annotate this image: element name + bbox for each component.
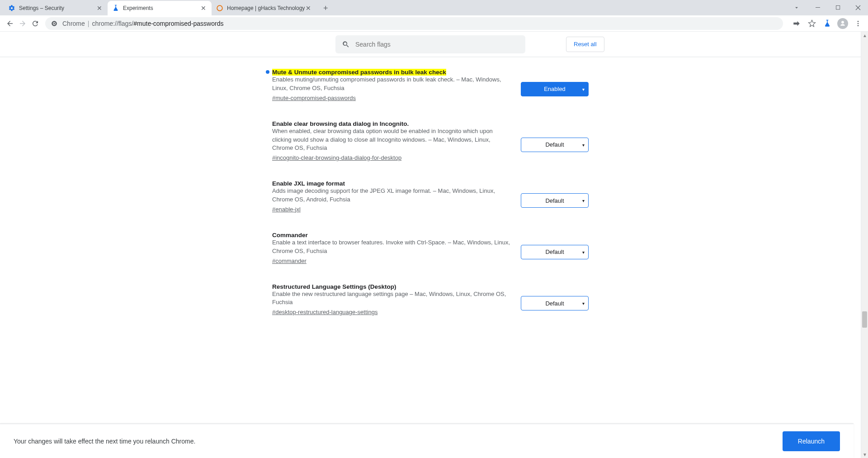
experiment-commander: Commander Enable a text interface to bro… (272, 232, 589, 264)
search-flags-field[interactable] (335, 35, 525, 53)
experiment-anchor-link[interactable]: #commander (272, 258, 307, 264)
relaunch-footer: Your changes will take effect the next t… (0, 424, 854, 458)
share-icon[interactable] (790, 17, 803, 30)
experiment-anchor-link[interactable]: #incognito-clear-browsing-data-dialog-fo… (272, 154, 401, 161)
experiment-anchor-link[interactable]: #desktop-restructured-language-settings (272, 309, 377, 315)
minimize-button[interactable] (808, 1, 828, 14)
experiment-title: Enable JXL image format (272, 180, 345, 187)
bookmark-icon[interactable] (806, 17, 818, 30)
search-input[interactable] (355, 41, 519, 48)
experiment-title: Mute & Unmute compromised passwords in b… (272, 69, 446, 76)
experiment-anchor-link[interactable]: #enable-jxl (272, 206, 301, 213)
tab-strip: Settings – Security ✕ Experiments ✕ Home… (0, 0, 868, 15)
modified-dot-icon (266, 70, 269, 74)
reload-button[interactable] (29, 17, 42, 30)
flask-icon (112, 5, 119, 12)
relaunch-message: Your changes will take effect the next t… (14, 438, 195, 445)
reset-all-button[interactable]: Reset all (566, 37, 604, 52)
forward-button[interactable] (16, 17, 29, 30)
relaunch-button[interactable]: Relaunch (783, 431, 840, 451)
experiment-restructured-language-settings: Restructured Language Settings (Desktop)… (272, 283, 589, 316)
toolbar: Chrome | chrome://flags/#mute-compromise… (0, 15, 868, 32)
chevron-down-icon: ▾ (582, 86, 585, 91)
menu-icon[interactable] (852, 17, 864, 30)
chevron-down-icon: ▾ (582, 249, 585, 254)
tab-settings-security[interactable]: Settings – Security ✕ (4, 1, 108, 15)
extension-flask-icon[interactable] (821, 17, 834, 30)
new-tab-button[interactable]: + (319, 2, 332, 14)
experiments-list: Mute & Unmute compromised passwords in b… (0, 57, 861, 389)
window-controls (789, 0, 868, 15)
close-window-button[interactable] (848, 1, 868, 14)
flags-search-header: Reset all (0, 32, 861, 57)
experiment-description: Enable the new restructured language set… (272, 290, 511, 307)
avatar-icon (837, 18, 848, 29)
tab-title: Homepage | gHacks Technology (227, 5, 305, 11)
scrollbar-thumb[interactable] (862, 311, 867, 328)
close-icon[interactable]: ✕ (305, 5, 312, 12)
tab-experiments[interactable]: Experiments ✕ (108, 1, 212, 15)
experiment-select[interactable]: Default ▾ (521, 245, 589, 259)
chevron-down-icon: ▾ (582, 198, 585, 203)
svg-point-7 (858, 23, 859, 24)
vertical-scrollbar[interactable]: ▲ ▼ (861, 32, 868, 458)
experiment-select[interactable]: Enabled ▾ (521, 82, 589, 96)
back-button[interactable] (4, 17, 16, 30)
gear-icon (8, 5, 15, 12)
close-icon[interactable]: ✕ (96, 5, 103, 12)
experiment-title: Commander (272, 232, 308, 239)
maximize-button[interactable] (828, 1, 848, 14)
profile-avatar[interactable] (836, 17, 849, 30)
svg-rect-2 (836, 5, 840, 9)
svg-rect-1 (816, 7, 820, 8)
select-value: Default (545, 141, 564, 148)
tab-title: Experiments (123, 5, 200, 11)
experiment-title: Restructured Language Settings (Desktop) (272, 283, 396, 290)
tab-search-button[interactable] (789, 1, 804, 14)
experiment-select[interactable]: Default ▾ (521, 138, 589, 152)
search-icon (342, 40, 350, 48)
address-bar[interactable]: Chrome | chrome://flags/#mute-compromise… (45, 17, 783, 30)
tab-title: Settings – Security (19, 5, 96, 11)
scroll-down-arrow-icon[interactable]: ▼ (861, 451, 868, 458)
page-content: Reset all Mute & Unmute compromised pass… (0, 32, 861, 458)
select-value: Default (545, 248, 564, 255)
select-value: Default (545, 300, 564, 307)
experiment-select[interactable]: Default ▾ (521, 193, 589, 208)
svg-point-5 (53, 23, 55, 24)
toolbar-right (790, 17, 864, 30)
experiment-incognito-clear-browsing-data: Enable clear browsing data dialog in Inc… (272, 120, 589, 162)
experiment-anchor-link[interactable]: #mute-compromised-passwords (272, 95, 356, 101)
ghacks-icon (216, 5, 223, 12)
select-value: Enabled (544, 86, 566, 92)
svg-point-0 (217, 5, 222, 11)
url-scheme: Chrome (62, 20, 85, 27)
experiment-title: Enable clear browsing data dialog in Inc… (272, 120, 409, 127)
experiment-description: Adds image decoding support for the JPEG… (272, 187, 511, 204)
experiment-description: Enables muting/unmuting compromised pass… (272, 76, 511, 93)
svg-point-8 (858, 25, 859, 26)
experiment-select[interactable]: Default ▾ (521, 296, 589, 310)
close-icon[interactable]: ✕ (200, 5, 207, 12)
experiment-enable-jxl: Enable JXL image format Adds image decod… (272, 180, 589, 213)
chevron-down-icon: ▾ (582, 301, 585, 306)
scroll-up-arrow-icon[interactable]: ▲ (861, 32, 868, 39)
experiment-description: Enable a text interface to browser featu… (272, 239, 511, 256)
experiment-description: When enabled, clear browsing data option… (272, 127, 511, 153)
svg-point-6 (858, 21, 859, 22)
chevron-down-icon: ▾ (582, 142, 585, 147)
chrome-icon (51, 20, 58, 27)
select-value: Default (545, 197, 564, 204)
tab-ghacks[interactable]: Homepage | gHacks Technology ✕ (212, 1, 316, 15)
experiment-mute-compromised-passwords: Mute & Unmute compromised passwords in b… (272, 69, 589, 101)
